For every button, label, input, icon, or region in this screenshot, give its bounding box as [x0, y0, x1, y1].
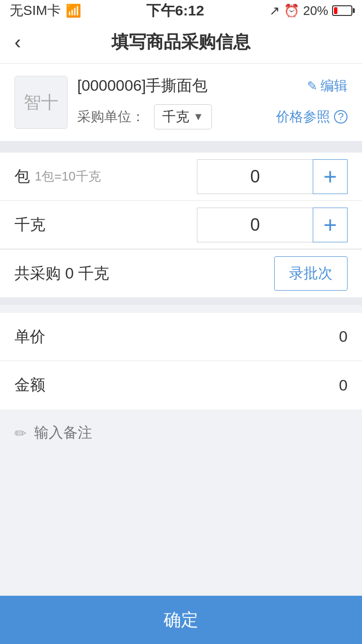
unit-price-row: 单价 0 — [0, 313, 362, 361]
kg-plus-button[interactable]: + — [313, 208, 348, 242]
notes-section: ✏ — [0, 409, 362, 574]
amount-row: 金额 0 — [0, 361, 362, 409]
bag-input-row: 包 1包=10千克 + — [0, 153, 362, 201]
battery-icon — [332, 5, 352, 16]
amount-value: 0 — [339, 377, 348, 394]
kg-input-row: 千克 + — [0, 201, 362, 249]
product-thumbnail: 智十 — [14, 76, 68, 129]
confirm-button[interactable]: 确定 — [0, 596, 362, 644]
product-info-top: [0000006]手撕面包 ✎ 编辑 — [77, 75, 348, 97]
section-divider-1 — [0, 145, 362, 153]
edit-button[interactable]: ✎ 编辑 — [307, 77, 348, 95]
back-button[interactable]: ‹ — [14, 31, 21, 53]
unit-label: 采购单位： — [77, 109, 145, 124]
product-card: 智十 [0000006]手撕面包 ✎ 编辑 采购单位： 千克 ▼ — [0, 64, 362, 145]
kg-label: 千克 — [14, 214, 45, 236]
unit-arrow-icon: ▼ — [193, 111, 204, 123]
battery-percent: 20% — [303, 3, 328, 18]
page-title: 填写商品采购信息 — [111, 30, 251, 54]
carrier-text: 无SIM卡 — [10, 1, 61, 20]
product-name: [0000006]手撕面包 — [77, 75, 208, 97]
bag-sublabel: 1包=10千克 — [35, 168, 101, 185]
amount-label: 金额 — [14, 375, 45, 396]
unit-price-label: 单价 — [14, 326, 45, 348]
batch-button[interactable]: 录批次 — [274, 256, 348, 291]
kg-controls: + — [197, 208, 348, 242]
unit-select[interactable]: 千克 ▼ — [154, 104, 212, 129]
status-time: 下午6:12 — [146, 1, 204, 21]
summary-total: 共采购 0 千克 — [14, 263, 109, 284]
unit-selector-group: 采购单位： 千克 ▼ — [77, 104, 212, 129]
bag-plus-button[interactable]: + — [313, 159, 348, 194]
notes-input[interactable] — [34, 423, 348, 558]
status-indicators: ↗ ⏰ 20% — [269, 3, 352, 18]
section-divider-2 — [0, 297, 362, 305]
nav-bar: ‹ 填写商品采购信息 — [0, 21, 362, 64]
location-icon: ↗ — [269, 3, 280, 18]
price-ref-label: 价格参照 — [276, 108, 330, 126]
unit-value: 千克 — [162, 108, 189, 126]
pencil-icon: ✏ — [14, 425, 27, 442]
price-ref-button[interactable]: 价格参照 ? — [276, 108, 348, 126]
bag-label: 包 — [14, 166, 30, 187]
product-thumb-text: 智十 — [24, 91, 58, 114]
status-bar: 无SIM卡 📶 下午6:12 ↗ ⏰ 20% — [0, 0, 362, 21]
product-unit-row: 采购单位： 千克 ▼ 价格参照 ? — [77, 104, 348, 129]
summary-row: 共采购 0 千克 录批次 — [0, 249, 362, 297]
alarm-icon: ⏰ — [284, 3, 299, 18]
status-carrier: 无SIM卡 📶 — [10, 1, 81, 20]
quantity-section: 包 1包=10千克 + 千克 + — [0, 153, 362, 249]
unit-price-value: 0 — [339, 328, 348, 346]
edit-label: 编辑 — [320, 77, 348, 95]
info-icon: ? — [334, 110, 348, 124]
kg-quantity-input[interactable] — [197, 208, 313, 242]
wifi-icon: 📶 — [66, 3, 81, 18]
info-section: 单价 0 金额 0 — [0, 313, 362, 409]
product-info: [0000006]手撕面包 ✎ 编辑 采购单位： 千克 ▼ 价格参照 ? — [77, 75, 348, 129]
bag-controls: + — [197, 159, 348, 194]
edit-icon: ✎ — [307, 79, 318, 94]
bag-quantity-input[interactable] — [197, 159, 313, 194]
